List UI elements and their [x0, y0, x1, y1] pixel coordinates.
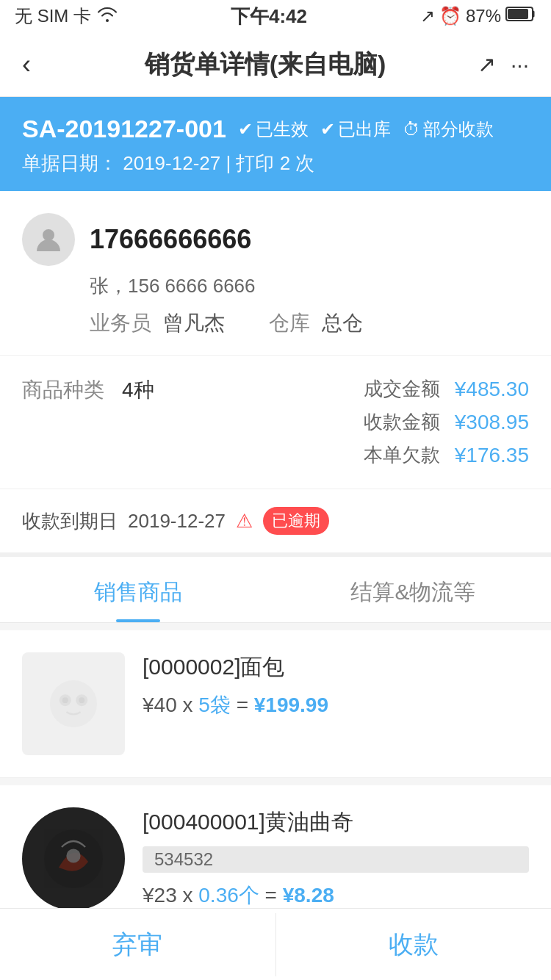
amount-label: 成交金额 — [364, 376, 440, 402]
nav-actions: ↗ ··· — [478, 51, 529, 77]
list-item: [0000002]面包 ¥40 x 5袋 = ¥199.99 — [0, 630, 551, 778]
customer-detail: 业务员 曾凡杰 仓库 总仓 — [90, 309, 529, 337]
prod1-sep: x — [183, 693, 199, 716]
customer-section: 17666666666 张，156 6666 6666 业务员 曾凡杰 仓库 总… — [0, 191, 551, 356]
product-name-2: [000400001]黄油曲奇 — [143, 807, 529, 837]
check-icon-1: ✔ — [238, 119, 253, 140]
due-date-value: 2019-12-27 — [128, 510, 226, 533]
print-label: 打印 — [236, 152, 274, 174]
product-name-1: [0000002]面包 — [143, 652, 529, 682]
battery-label: 87% — [466, 6, 501, 26]
order-meta: 单据日期： 2019-12-27 | 打印 2 次 — [22, 151, 529, 176]
tab-settlement[interactable]: 结算&物流等 — [276, 557, 551, 622]
customer-sub: 张，156 6666 6666 — [90, 273, 529, 299]
owed-value: ¥176.35 — [455, 444, 529, 467]
location-icon: ↗ — [420, 6, 435, 26]
status-badge-1: ✔ 已生效 — [238, 118, 309, 141]
overdue-section: 收款到期日 2019-12-27 ⚠ 已逾期 — [0, 489, 551, 557]
clock-icon: ⏱ — [403, 119, 420, 140]
svg-point-7 — [79, 697, 84, 703]
wifi-icon — [97, 6, 118, 26]
prod2-price: ¥23 — [143, 884, 177, 907]
product-image-2 — [22, 807, 125, 910]
more-icon[interactable]: ··· — [511, 52, 529, 77]
status-badge-3: ⏱ 部分收款 — [403, 118, 494, 141]
product-price-1: ¥40 x 5袋 = ¥199.99 — [143, 691, 529, 719]
tabs: 销售商品 结算&物流等 — [0, 557, 551, 623]
product-sku-2: 534532 — [143, 846, 529, 873]
prod1-eq: = — [237, 693, 254, 716]
svg-rect-1 — [508, 9, 528, 19]
check-icon-2: ✔ — [320, 119, 335, 140]
svg-point-3 — [50, 680, 97, 727]
sales-label: 业务员 — [90, 311, 151, 334]
product-info-2: [000400001]黄油曲奇 534532 ¥23 x 0.36个 = ¥8.… — [143, 807, 529, 909]
prod1-total: ¥199.99 — [254, 693, 328, 716]
amount-value: ¥485.30 — [455, 378, 529, 401]
product-image-1 — [22, 652, 125, 755]
prod1-price: ¥40 — [143, 693, 177, 716]
share-icon[interactable]: ↗ — [478, 51, 496, 77]
prod1-qty: 5袋 — [198, 693, 231, 716]
order-header: SA-20191227-001 ✔ 已生效 ✔ 已出库 ⏱ 部分收款 单据日期：… — [0, 97, 551, 191]
prod2-eq: = — [265, 884, 283, 907]
received-value: ¥308.95 — [455, 411, 529, 434]
status-left: 无 SIM 卡 — [15, 4, 118, 28]
print-unit: 次 — [295, 152, 314, 174]
overdue-badge: 已逾期 — [263, 507, 329, 535]
svg-point-6 — [62, 697, 68, 703]
warehouse-label: 仓库 — [269, 311, 310, 334]
date-label: 单据日期： — [22, 152, 118, 174]
overdue-alert-icon: ⚠ — [236, 510, 253, 533]
cancel-review-button[interactable]: 弃审 — [0, 913, 276, 976]
order-id: SA-20191227-001 — [22, 115, 226, 143]
status-badge-2: ✔ 已出库 — [320, 118, 391, 141]
print-count: 2 — [280, 152, 290, 174]
nav-bar: ‹ 销货单详情(来自电脑) ↗ ··· — [0, 32, 551, 97]
product-info-1: [0000002]面包 ¥40 x 5袋 = ¥199.99 — [143, 652, 529, 719]
tab-products[interactable]: 销售商品 — [0, 557, 276, 622]
owed-label: 本单欠款 — [364, 442, 440, 468]
stats-right: 成交金额 ¥485.30 收款金额 ¥308.95 本单欠款 ¥176.35 — [364, 376, 529, 468]
svg-point-2 — [43, 229, 54, 241]
sales-person: 曾凡杰 — [163, 311, 225, 334]
status-time: 下午4:42 — [231, 4, 307, 29]
received-label: 收款金额 — [364, 409, 440, 435]
category-label: 商品种类 — [22, 376, 104, 404]
alarm-icon: ⏰ — [439, 6, 461, 26]
prod2-sep: x — [183, 884, 199, 907]
status-bar: 无 SIM 卡 下午4:42 ↗ ⏰ 87% — [0, 0, 551, 32]
order-date: 2019-12-27 — [123, 152, 220, 174]
collect-button[interactable]: 收款 — [276, 913, 552, 976]
status-right: ↗ ⏰ 87% — [420, 6, 536, 26]
product-price-2: ¥23 x 0.36个 = ¥8.28 — [143, 882, 529, 909]
page-title: 销货单详情(来自电脑) — [46, 48, 485, 82]
prod2-total: ¥8.28 — [283, 884, 334, 907]
customer-name: 17666666666 — [90, 224, 251, 255]
prod2-qty: 0.36个 — [198, 884, 259, 907]
due-date-label: 收款到期日 — [22, 508, 118, 534]
separator: | — [226, 152, 236, 174]
stats-section: 商品种类 4种 成交金额 ¥485.30 收款金额 ¥308.95 本单欠款 ¥… — [0, 356, 551, 489]
battery-icon — [505, 6, 536, 26]
sim-label: 无 SIM 卡 — [15, 4, 91, 28]
bottom-bar: 弃审 收款 — [0, 908, 551, 980]
warehouse-value: 总仓 — [322, 311, 363, 334]
avatar — [22, 213, 75, 266]
category-count: 4种 — [122, 376, 154, 404]
svg-point-9 — [66, 849, 80, 862]
back-button[interactable]: ‹ — [22, 49, 46, 80]
